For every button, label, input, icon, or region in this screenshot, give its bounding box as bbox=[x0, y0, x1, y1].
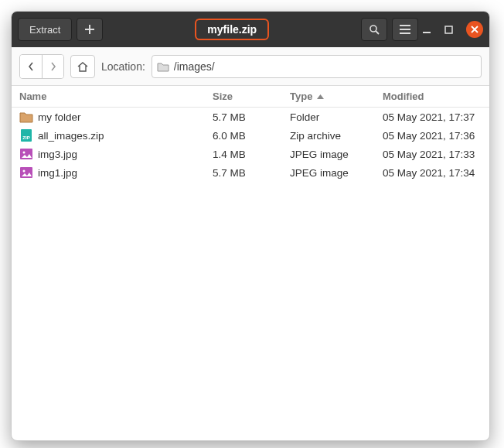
archive-manager-window: Extract myfile.zip bbox=[11, 11, 490, 441]
sort-asc-icon bbox=[317, 94, 324, 99]
header-type[interactable]: Type bbox=[290, 91, 383, 102]
window-minimize-button[interactable] bbox=[423, 25, 440, 34]
cell-modified: 05 May 2021, 17:34 bbox=[383, 167, 482, 179]
image-icon bbox=[19, 166, 33, 180]
folder-icon bbox=[157, 61, 169, 72]
location-input[interactable] bbox=[174, 60, 476, 73]
svg-point-10 bbox=[23, 152, 26, 154]
svg-text:ZIP: ZIP bbox=[22, 135, 29, 140]
header-size[interactable]: Size bbox=[213, 91, 290, 102]
svg-line-1 bbox=[376, 31, 379, 34]
cell-modified: 05 May 2021, 17:33 bbox=[383, 149, 482, 160]
window-close-button[interactable] bbox=[466, 21, 483, 38]
titlebar: Extract myfile.zip bbox=[12, 12, 489, 47]
svg-rect-2 bbox=[400, 25, 410, 26]
maximize-icon bbox=[444, 26, 453, 34]
file-name: all_images.zip bbox=[38, 130, 104, 142]
chevron-right-icon bbox=[50, 62, 56, 71]
window-maximize-button[interactable] bbox=[444, 26, 461, 34]
plus-icon bbox=[85, 25, 94, 34]
nav-back-forward bbox=[19, 54, 64, 79]
cell-size: 5.7 MB bbox=[213, 111, 290, 123]
cell-name: ZIPall_images.zip bbox=[19, 128, 213, 142]
svg-point-0 bbox=[370, 26, 376, 32]
search-icon bbox=[369, 24, 380, 35]
table-row[interactable]: my folder5.7 MBFolder05 May 2021, 17:37 bbox=[12, 108, 489, 126]
minimize-icon bbox=[423, 25, 432, 34]
folder-icon bbox=[19, 110, 33, 124]
cell-name: img3.jpg bbox=[19, 147, 213, 161]
svg-rect-4 bbox=[400, 32, 410, 34]
search-button[interactable] bbox=[361, 18, 387, 41]
close-icon bbox=[471, 26, 478, 33]
svg-point-12 bbox=[23, 170, 26, 173]
zip-icon: ZIP bbox=[19, 128, 33, 142]
home-icon bbox=[77, 61, 89, 72]
chevron-left-icon bbox=[28, 62, 34, 71]
cell-type: Folder bbox=[290, 111, 383, 123]
hamburger-icon bbox=[400, 25, 410, 34]
svg-rect-5 bbox=[423, 32, 431, 33]
cell-type: JPEG image bbox=[290, 149, 383, 160]
forward-button[interactable] bbox=[42, 55, 63, 78]
new-tab-button[interactable] bbox=[77, 18, 103, 41]
table-row[interactable]: img1.jpg5.7 MBJPEG image05 May 2021, 17:… bbox=[12, 163, 489, 182]
header-modified[interactable]: Modified bbox=[383, 91, 482, 102]
location-field[interactable] bbox=[152, 55, 482, 78]
table-row[interactable]: img3.jpg1.4 MBJPEG image05 May 2021, 17:… bbox=[12, 145, 489, 163]
cell-type: Zip archive bbox=[290, 130, 383, 142]
cell-name: my folder bbox=[19, 110, 213, 124]
table-row[interactable]: ZIPall_images.zip6.0 MBZip archive05 May… bbox=[12, 126, 489, 145]
column-headers: Name Size Type Modified bbox=[12, 86, 489, 108]
cell-size: 1.4 MB bbox=[213, 149, 290, 160]
svg-rect-6 bbox=[445, 26, 452, 33]
file-name: my folder bbox=[38, 111, 81, 123]
cell-size: 5.7 MB bbox=[213, 167, 290, 179]
navigation-toolbar: Location: bbox=[12, 47, 489, 86]
file-name: img1.jpg bbox=[38, 167, 77, 179]
cell-modified: 05 May 2021, 17:36 bbox=[383, 130, 482, 142]
file-list: my folder5.7 MBFolder05 May 2021, 17:37Z… bbox=[12, 108, 489, 440]
image-icon bbox=[19, 147, 33, 161]
menu-button[interactable] bbox=[392, 18, 418, 41]
back-button[interactable] bbox=[20, 55, 42, 78]
home-button[interactable] bbox=[70, 55, 95, 78]
svg-rect-3 bbox=[400, 29, 410, 30]
location-label: Location: bbox=[101, 60, 145, 73]
archive-title: myfile.zip bbox=[195, 19, 269, 40]
cell-modified: 05 May 2021, 17:37 bbox=[383, 111, 482, 123]
extract-button[interactable]: Extract bbox=[18, 18, 72, 41]
cell-type: JPEG image bbox=[290, 167, 383, 179]
cell-name: img1.jpg bbox=[19, 166, 213, 180]
header-name[interactable]: Name bbox=[19, 91, 213, 102]
file-name: img3.jpg bbox=[38, 149, 77, 160]
cell-size: 6.0 MB bbox=[213, 130, 290, 142]
